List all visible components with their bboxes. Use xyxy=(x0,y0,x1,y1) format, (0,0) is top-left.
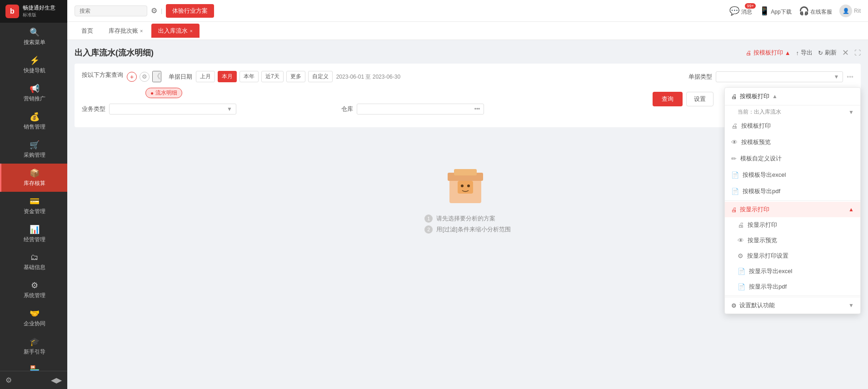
biz-type-expand-icon: ▼ xyxy=(227,106,232,112)
dp-footer-label: 设置默认功能 xyxy=(739,301,775,309)
dp-footer-chevron: ▼ xyxy=(848,302,854,309)
expand-page-button[interactable]: ⛶ xyxy=(854,49,861,56)
dp-item-template-excel[interactable]: 📄 按模板导出excel xyxy=(725,167,860,183)
dp-footer-left: ⚙ 设置默认功能 xyxy=(731,301,775,309)
doc-type-label: 单据类型 xyxy=(688,73,712,81)
messages-badge: 99+ xyxy=(745,3,755,9)
filter-row-1: 按以下方案查询 + ⚙ 《 单据日期 上月 本月 本年 近7天 更多 xyxy=(82,71,853,82)
sidebar-item-purchase[interactable]: 🛒 采购管理 xyxy=(0,135,67,164)
dp-footer[interactable]: ⚙ 设置默认功能 ▼ xyxy=(725,297,860,314)
sidebar-item-corp[interactable]: 🤝 企业协同 xyxy=(0,304,67,332)
dp-item-display-print[interactable]: 🖨 按显示打印 xyxy=(725,217,860,233)
topbar-search-input[interactable] xyxy=(75,5,147,16)
dp-display-header-left: 🖨 按显示打印 xyxy=(731,205,769,214)
sidebar-item-sales[interactable]: 💰 销售管理 xyxy=(0,107,67,135)
sidebar-item-finance[interactable]: 💳 资金管理 xyxy=(0,192,67,220)
tab-batch-close[interactable]: × xyxy=(140,28,143,34)
dp-item-template-pdf[interactable]: 📄 按模板导出pdf xyxy=(725,183,860,199)
filter-collapse-button[interactable]: 《 xyxy=(152,71,161,82)
tab-home-label: 首页 xyxy=(81,27,93,35)
doc-type-more-icon[interactable]: ••• xyxy=(847,73,853,80)
dp-item-display-preview[interactable]: 👁 按显示预览 xyxy=(725,233,860,248)
dp-item-display-excel[interactable]: 📄 按显示导出excel xyxy=(725,264,860,279)
marketing-icon: 📢 xyxy=(30,84,40,94)
basic-icon: 🗂 xyxy=(30,253,39,262)
app-download-button[interactable]: 📱 App下载 xyxy=(759,6,792,16)
topbar-gear-icon[interactable]: ⚙ xyxy=(151,6,157,15)
export-button[interactable]: ↑ 导出 xyxy=(796,49,813,57)
settings-icon[interactable]: ⚙ xyxy=(5,376,12,384)
biz-type-select[interactable]: ▼ xyxy=(109,104,236,115)
pdf-icon: 📄 xyxy=(731,188,739,195)
topbar-left: ⚙ | 体验行业方案 xyxy=(75,4,724,18)
filter-gear-button[interactable]: ⚙ xyxy=(140,72,150,82)
dp-item-template-custom-label: 模板自定义设计 xyxy=(740,155,782,163)
close-page-button[interactable]: ✕ xyxy=(842,48,849,58)
filter-tag-icon: ● xyxy=(150,90,154,96)
online-service-button[interactable]: 🎧 在线客服 xyxy=(799,6,833,16)
sidebar-item-system[interactable]: ⚙ 系统管理 xyxy=(0,276,67,304)
date-range-text: 2023-06-01 至 2023-06-30 xyxy=(336,73,400,81)
user-menu[interactable]: 👤 Rit xyxy=(839,5,861,17)
empty-step-2-text: 用[过滤]条件来缩小分析范围 xyxy=(436,225,510,234)
settings-button[interactable]: 设置 xyxy=(686,92,713,106)
date-btn-last-month[interactable]: 上月 xyxy=(196,71,215,82)
filter-add-button[interactable]: + xyxy=(127,72,137,82)
svg-point-5 xyxy=(467,185,470,187)
sidebar-item-guide[interactable]: 🎓 新手引导 xyxy=(0,332,67,360)
sidebar-item-basic[interactable]: 🗂 基础信息 xyxy=(0,248,67,276)
date-btn-last-7-days[interactable]: 近7天 xyxy=(261,71,284,82)
empty-step-1-text: 请先选择要分析的方案 xyxy=(436,214,495,223)
dp-display-section-header[interactable]: 🖨 按显示打印 ▲ xyxy=(725,202,860,217)
tab-batch[interactable]: 库存批次账 × xyxy=(102,24,150,38)
biz-type-label: 业务类型 xyxy=(82,105,105,113)
date-btn-more[interactable]: 更多 xyxy=(286,71,305,82)
display-print-icon: 🖨 xyxy=(738,221,744,229)
dp-current-chevron[interactable]: ▼ xyxy=(848,109,854,115)
tab-batch-label: 库存批次账 xyxy=(109,27,138,35)
sidebar-item-marketing[interactable]: 📢 营销推广 xyxy=(0,79,67,107)
messages-button[interactable]: 💬 99+ 消息 xyxy=(729,6,752,16)
dp-item-template-print[interactable]: 🖨 按模板打印 xyxy=(725,118,860,134)
empty-svg xyxy=(440,160,495,205)
sidebar-item-appstore[interactable]: 🏪 应用中心 xyxy=(0,360,67,371)
dp-display-chevron-up[interactable]: ▲ xyxy=(848,206,854,213)
dp-item-template-custom[interactable]: ✏ 模板自定义设计 xyxy=(725,150,860,167)
sidebar-item-label: 营销推广 xyxy=(24,95,45,103)
date-range-display: 2023-06-01 至 2023-06-30 xyxy=(336,72,400,81)
collapse-icon[interactable]: ◀▶ xyxy=(51,376,62,384)
filter-tag-flow[interactable]: ● 流水明细 xyxy=(145,88,182,98)
industry-button[interactable]: 体验行业方案 xyxy=(166,4,214,18)
sidebar-item-label: 企业协同 xyxy=(24,320,45,328)
sidebar-item-shortcut[interactable]: ⚡ 快捷导航 xyxy=(0,51,67,79)
sidebar-item-search[interactable]: 🔍 搜索菜单 xyxy=(0,23,67,51)
tab-flow[interactable]: 出入库流水 × xyxy=(151,24,199,38)
printer-icon: 🖨 xyxy=(746,50,752,56)
dp-chevron-up[interactable]: ▲ xyxy=(772,93,778,100)
display-settings-icon: ⚙ xyxy=(738,252,743,259)
headset-icon: 🎧 xyxy=(799,6,809,15)
dp-item-template-preview[interactable]: 👁 按模板预览 xyxy=(725,134,860,150)
date-btn-custom[interactable]: 自定义 xyxy=(308,71,333,82)
doc-type-select[interactable]: ▼ xyxy=(716,71,843,82)
date-filters: 上月 本月 本年 近7天 更多 自定义 xyxy=(196,71,333,82)
template-print-button[interactable]: 🖨 按模板打印 ▲ xyxy=(746,49,791,57)
dp-item-display-pdf[interactable]: 📄 按显示导出pdf xyxy=(725,279,860,294)
tab-flow-close[interactable]: × xyxy=(190,28,192,34)
dp-item-display-settings[interactable]: ⚙ 按显示打印设置 xyxy=(725,248,860,264)
date-btn-this-month[interactable]: 本月 xyxy=(218,71,237,82)
sidebar-item-inventory[interactable]: 📦 库存核算 xyxy=(0,164,67,192)
warehouse-select[interactable]: ••• xyxy=(357,104,484,115)
dp-item-display-settings-label: 按显示打印设置 xyxy=(747,252,788,260)
display-preview-icon: 👁 xyxy=(738,237,744,244)
refresh-button[interactable]: ↻ 刷新 xyxy=(818,49,837,57)
dp-header-left: 🖨 按模板打印 ▲ xyxy=(731,92,778,100)
sidebar-item-label: 新手引导 xyxy=(24,348,45,356)
dp-item-template-preview-label: 按模板预览 xyxy=(741,138,771,146)
tab-home[interactable]: 首页 xyxy=(75,24,100,38)
sidebar-item-operation[interactable]: 📊 经营管理 xyxy=(0,220,67,248)
date-btn-this-year[interactable]: 本年 xyxy=(239,71,259,82)
query-button[interactable]: 查询 xyxy=(653,92,683,106)
operation-icon: 📊 xyxy=(30,224,40,234)
template-print-label: 按模板打印 xyxy=(753,49,783,57)
